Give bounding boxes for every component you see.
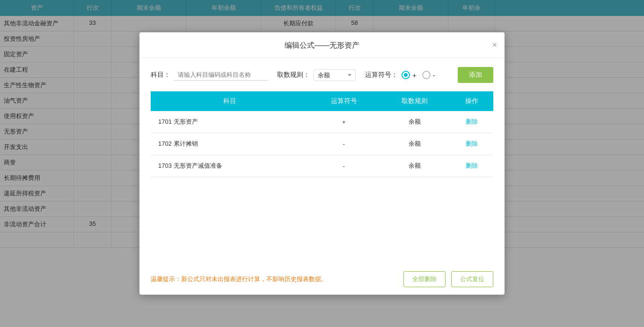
- modal-footer: 温馨提示：新公式只对未出报表进行计算，不影响历史报表数据。 全部删除 公式复位: [139, 266, 505, 295]
- close-button[interactable]: ×: [492, 41, 497, 49]
- edit-formula-modal: 编辑公式——无形资产 × 科目： 取数规则： 余额 借方 贷方: [139, 32, 505, 295]
- th-subject: 科目: [151, 91, 308, 111]
- formula-table-body: 1701 无形资产+余额删除1702 累计摊销-余额删除1703 无形资产减值准…: [151, 111, 493, 177]
- th-rule: 取数规则: [379, 91, 450, 111]
- modal-header: 编辑公式——无形资产 ×: [139, 32, 505, 58]
- table-row: 1701 无形资产+余额删除: [151, 111, 493, 133]
- formula-rule: 余额: [379, 133, 450, 155]
- radio-minus-circle: [422, 71, 431, 79]
- radio-plus[interactable]: +: [402, 71, 417, 79]
- delete-all-button[interactable]: 全部删除: [403, 271, 446, 287]
- formula-action[interactable]: 删除: [450, 133, 493, 155]
- rule-label: 取数规则：: [277, 71, 310, 79]
- delete-row-link[interactable]: 删除: [466, 140, 478, 147]
- subject-input[interactable]: [174, 69, 268, 81]
- footer-hint: 温馨提示：新公式只对未出报表进行计算，不影响历史报表数据。: [151, 275, 327, 283]
- add-button[interactable]: 添加: [458, 67, 493, 83]
- radio-minus[interactable]: -: [422, 71, 435, 79]
- subject-group: 科目：: [151, 69, 268, 81]
- th-operator: 运算符号: [308, 91, 379, 111]
- modal-title: 编辑公式——无形资产: [285, 41, 359, 49]
- footer-actions: 全部删除 公式复位: [403, 271, 493, 287]
- table-row: 1702 累计摊销-余额删除: [151, 133, 493, 155]
- reset-formula-button[interactable]: 公式复位: [451, 271, 493, 287]
- radio-plus-label: +: [412, 71, 417, 79]
- rule-group: 取数规则： 余额 借方 贷方 借方累计 贷方累计: [277, 69, 356, 81]
- formula-operator: +: [308, 111, 379, 133]
- th-action: 操作: [450, 91, 493, 111]
- formula-action[interactable]: 删除: [450, 155, 493, 177]
- formula-rule: 余额: [379, 155, 450, 177]
- operator-radio-group: + -: [402, 71, 435, 79]
- formula-operator: -: [308, 155, 379, 177]
- formula-rule: 余额: [379, 111, 450, 133]
- form-row: 科目： 取数规则： 余额 借方 贷方 借方累计 贷方累计: [151, 67, 493, 83]
- modal-overlay: 编辑公式——无形资产 × 科目： 取数规则： 余额 借方 贷方: [0, 0, 644, 327]
- formula-operator: -: [308, 133, 379, 155]
- formula-table-head: 科目 运算符号 取数规则 操作: [151, 91, 493, 111]
- table-row: 1703 无形资产减值准备-余额删除: [151, 155, 493, 177]
- formula-table: 科目 运算符号 取数规则 操作 1701 无形资产+余额删除1702 累计摊销-…: [151, 91, 493, 177]
- operator-label: 运算符号：: [365, 71, 398, 79]
- operator-group: 运算符号： + -: [365, 71, 435, 79]
- formula-subject: 1701 无形资产: [151, 111, 308, 133]
- formula-action[interactable]: 删除: [450, 111, 493, 133]
- radio-plus-circle: [402, 71, 410, 79]
- rule-select[interactable]: 余额 借方 贷方 借方累计 贷方累计: [314, 69, 356, 81]
- rule-select-wrap: 余额 借方 贷方 借方累计 贷方累计: [314, 69, 356, 81]
- delete-row-link[interactable]: 删除: [466, 162, 478, 169]
- formula-subject: 1703 无形资产减值准备: [151, 155, 308, 177]
- subject-label: 科目：: [151, 71, 170, 79]
- modal-body: 科目： 取数规则： 余额 借方 贷方 借方累计 贷方累计: [139, 58, 505, 266]
- radio-minus-label: -: [433, 71, 435, 79]
- formula-subject: 1702 累计摊销: [151, 133, 308, 155]
- delete-row-link[interactable]: 删除: [466, 118, 478, 125]
